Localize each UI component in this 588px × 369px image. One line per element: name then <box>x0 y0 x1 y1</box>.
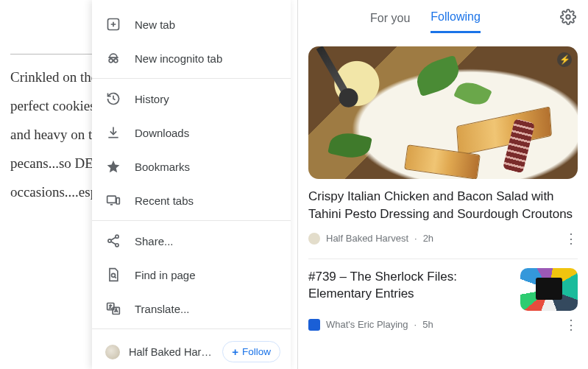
chrome-overflow-menu: New tab New incognito tab History Downlo… <box>92 0 291 369</box>
menu-label: Downloads <box>135 127 189 139</box>
feed-tabs: For you Following <box>298 1 588 33</box>
left-phone-frame: — H A L F H A R Crinkled on the middle, … <box>0 0 298 369</box>
menu-share[interactable]: Share... <box>92 224 291 258</box>
menu-new-tab[interactable]: New tab <box>92 7 291 41</box>
menu-history[interactable]: History <box>92 82 291 116</box>
site-favicon <box>105 345 120 359</box>
settings-button[interactable] <box>560 9 576 28</box>
menu-translate[interactable]: Translate... <box>92 292 291 326</box>
svg-point-2 <box>114 59 118 63</box>
menu-label: Translate... <box>135 303 189 315</box>
svg-point-11 <box>566 15 570 19</box>
menu-separator <box>92 78 291 79</box>
menu-find-in-page[interactable]: Find in page <box>92 258 291 292</box>
menu-label: Recent tabs <box>135 194 194 207</box>
menu-label: Bookmarks <box>135 161 190 173</box>
source-age: 5h <box>422 319 433 330</box>
svg-rect-3 <box>107 196 116 203</box>
source-separator: · <box>414 233 417 244</box>
menu-label: Find in page <box>135 269 196 281</box>
history-icon <box>105 91 121 107</box>
menu-new-incognito-tab[interactable]: New incognito tab <box>92 41 291 75</box>
follow-label: Follow <box>242 346 271 357</box>
source-name: Half Baked Harvest <box>326 233 408 244</box>
card-title: Crispy Italian Chicken and Bacon Salad w… <box>308 188 578 223</box>
menu-label: Share... <box>135 235 174 247</box>
card-thumbnail <box>520 268 578 311</box>
menu-label: New incognito tab <box>135 52 222 65</box>
site-name: Half Baked Harvest <box>129 346 213 358</box>
menu-recent-tabs[interactable]: Recent tabs <box>92 183 291 217</box>
card-title: #739 – The Sherlock Files: Elementary En… <box>308 268 511 311</box>
share-icon <box>105 233 121 249</box>
incognito-icon <box>105 50 121 66</box>
menu-separator <box>92 328 291 329</box>
translate-icon <box>105 301 121 317</box>
source-favicon <box>308 319 320 331</box>
source-favicon <box>308 233 320 245</box>
svg-point-8 <box>112 273 116 277</box>
card-overflow-button[interactable]: ⋮ <box>564 317 578 333</box>
menu-downloads[interactable]: Downloads <box>92 116 291 150</box>
tab-following[interactable]: Following <box>431 10 481 33</box>
menu-label: History <box>135 93 169 105</box>
svg-point-7 <box>116 244 118 247</box>
source-age: 2h <box>423 233 433 244</box>
downloads-icon <box>105 124 121 141</box>
plus-icon: + <box>232 346 238 357</box>
svg-point-6 <box>108 239 111 242</box>
svg-point-5 <box>116 235 118 238</box>
gear-icon <box>560 9 576 25</box>
menu-follow-row: Half Baked Harvest + Follow <box>92 332 291 369</box>
devices-icon <box>105 192 121 208</box>
find-in-page-icon <box>105 267 121 283</box>
svg-point-1 <box>109 59 113 63</box>
star-icon <box>105 158 121 175</box>
menu-separator <box>92 220 291 221</box>
card-source-row: Half Baked Harvest · 2h ⋮ <box>308 231 578 247</box>
source-separator: · <box>414 319 417 330</box>
source-name: What's Eric Playing <box>326 319 408 330</box>
tab-for-you[interactable]: For you <box>370 12 410 32</box>
card-image: ⚡ <box>308 46 578 179</box>
feed-card-2[interactable]: #739 – The Sherlock Files: Elementary En… <box>298 259 588 311</box>
svg-rect-4 <box>116 198 119 204</box>
follow-button[interactable]: + Follow <box>222 341 280 362</box>
plus-box-icon <box>105 16 121 32</box>
menu-bookmarks[interactable]: Bookmarks <box>92 150 291 183</box>
amp-badge-icon: ⚡ <box>557 52 572 67</box>
card-source-row: What's Eric Playing · 5h ⋮ <box>298 311 588 333</box>
card-overflow-button[interactable]: ⋮ <box>564 231 578 247</box>
menu-label: New tab <box>135 18 175 31</box>
right-phone-frame: For you Following ⚡ Crispy Italian Chick… <box>298 0 588 369</box>
feed-card-1[interactable]: ⚡ Crispy Italian Chicken and Bacon Salad… <box>308 46 578 247</box>
